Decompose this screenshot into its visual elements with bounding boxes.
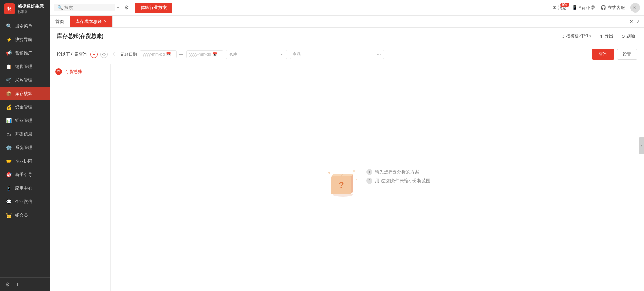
user-avatar[interactable]: Rit bbox=[630, 3, 640, 13]
filter-inputs: 记账日期 yyyy-mm-dd 📅 — yyyy-mm-dd 📅 仓库 ··· bbox=[121, 50, 587, 59]
print-dropdown-icon: ▾ bbox=[589, 34, 591, 39]
filter-collapse-button[interactable]: 《 bbox=[110, 51, 115, 57]
page-title: 库存总账(存货总账) bbox=[57, 33, 104, 40]
sidebar-item-inventory[interactable]: 📦 库存核算 bbox=[0, 87, 50, 100]
search-input[interactable] bbox=[64, 5, 112, 10]
sidebar-item-quicknav[interactable]: ⚡ 快捷导航 bbox=[0, 33, 50, 46]
page-actions: 🖨 按模板打印 ▾ ⬆ 导出 ↻ 刷新 bbox=[558, 32, 637, 41]
scheme-item-icon: 存 bbox=[55, 68, 62, 75]
wechat-icon: 💬 bbox=[5, 198, 12, 205]
sidebar-item-wechat[interactable]: 💬 企业微信 bbox=[0, 195, 50, 209]
main-area: 🔍 ▾ ⚙ 体验行业方案 ✉ 消息 99+ 📱 App下载 🎧 在线客服 Rit bbox=[50, 0, 644, 291]
tab-home[interactable]: 首页 bbox=[50, 16, 70, 27]
empty-tip-1: 1 请先选择要分析的方案 bbox=[366, 169, 430, 175]
purchase-icon: 🛒 bbox=[5, 77, 12, 83]
guide-icon: 🎯 bbox=[5, 171, 12, 178]
topbar-right: ✉ 消息 99+ 📱 App下载 🎧 在线客服 Rit bbox=[553, 3, 640, 13]
logo-icon: 畅 bbox=[4, 3, 15, 14]
refresh-button[interactable]: ↻ 刷新 bbox=[619, 32, 637, 41]
add-filter-button[interactable]: + bbox=[90, 51, 98, 58]
query-button[interactable]: 查询 bbox=[592, 49, 614, 60]
search-box-icon: 🔍 bbox=[57, 5, 63, 10]
goods-input[interactable]: 商品 ··· bbox=[290, 50, 384, 59]
topbar: 🔍 ▾ ⚙ 体验行业方案 ✉ 消息 99+ 📱 App下载 🎧 在线客服 Rit bbox=[50, 0, 644, 16]
empty-inner: ? 1 请先选择要分析的方案 bbox=[324, 161, 430, 195]
app-download-icon: 📱 bbox=[572, 5, 577, 10]
settings-button-filter[interactable]: 设置 bbox=[617, 49, 637, 60]
tab-expand-icon[interactable]: ⤢ bbox=[636, 19, 640, 24]
export-icon: ⬆ bbox=[599, 34, 603, 39]
app-download-button[interactable]: 📱 App下载 bbox=[572, 5, 595, 11]
trial-button[interactable]: 体验行业方案 bbox=[135, 3, 172, 13]
tip-num-1: 1 bbox=[366, 169, 372, 175]
tab-close-icon[interactable]: ✕ bbox=[104, 19, 107, 24]
svg-point-6 bbox=[328, 172, 330, 174]
scheme-panel: 存 存货总账 bbox=[50, 64, 111, 291]
gear-button[interactable]: ⚙ bbox=[122, 3, 132, 13]
tab-bar: 首页 库存成本总账 ✕ ✕ ⤢ bbox=[50, 16, 644, 28]
warehouse-input[interactable]: 仓库 ··· bbox=[226, 50, 287, 59]
empty-tips: 1 请先选择要分析的方案 2 用[过滤]条件来缩小分析范围 bbox=[366, 169, 430, 187]
right-panel-toggle[interactable]: › bbox=[639, 137, 644, 154]
app-logo: 畅 畅捷通好生意 标准版 bbox=[0, 0, 50, 18]
goods-more-icon: ··· bbox=[377, 51, 381, 57]
tab-inventory-cost[interactable]: 库存成本总账 ✕ bbox=[70, 16, 113, 27]
sidebar-item-finance[interactable]: 💰 资金管理 bbox=[0, 100, 50, 114]
date-separator: — bbox=[179, 52, 183, 57]
quicknav-icon: ⚡ bbox=[5, 36, 12, 43]
sidebar-nav: 🔍 搜索菜单 ⚡ 快捷导航 📢 营销推广 📋 销售管理 🛒 采购管理 📦 库存核… bbox=[0, 18, 50, 277]
svg-point-8 bbox=[353, 170, 355, 172]
message-button[interactable]: ✉ 消息 99+ bbox=[553, 5, 567, 11]
scheme-item-label: 存货总账 bbox=[65, 69, 82, 75]
apps-icon: 📱 bbox=[5, 185, 12, 192]
empty-svg-illustration: ? bbox=[324, 161, 362, 198]
sidebar-item-system[interactable]: ⚙️ 系统管理 bbox=[0, 141, 50, 154]
page-inner: 库存总账(存货总账) 🖨 按模板打印 ▾ ⬆ 导出 ↻ 刷新 bbox=[50, 28, 644, 291]
marketing-icon: 📢 bbox=[5, 50, 12, 56]
sidebar-item-operations[interactable]: 📊 经营管理 bbox=[0, 114, 50, 127]
sales-icon: 📋 bbox=[5, 63, 12, 70]
sidebar-item-member[interactable]: 👑 畅会员 bbox=[0, 209, 50, 222]
online-service-icon: 🎧 bbox=[601, 5, 606, 10]
sidebar-footer: ⚙ ⏸ bbox=[0, 277, 50, 291]
empty-tip-2: 2 用[过滤]条件来缩小分析范围 bbox=[366, 178, 430, 184]
print-button[interactable]: 🖨 按模板打印 ▾ bbox=[558, 32, 593, 41]
system-icon: ⚙️ bbox=[5, 144, 12, 151]
search-box[interactable]: 🔍 bbox=[54, 4, 115, 11]
cooperation-icon: 🤝 bbox=[5, 158, 12, 165]
message-badge: 99+ bbox=[560, 3, 569, 7]
basic-icon: 🗂 bbox=[5, 131, 12, 138]
export-button[interactable]: ⬆ 导出 bbox=[597, 32, 615, 41]
topbar-left: 🔍 ▾ ⚙ 体验行业方案 bbox=[54, 3, 553, 13]
tip-num-2: 2 bbox=[366, 178, 372, 184]
sidebar-item-guide[interactable]: 🎯 新手引导 bbox=[0, 168, 50, 181]
tab-close-all[interactable]: ✕ bbox=[630, 19, 634, 24]
sidebar-item-marketing[interactable]: 📢 营销推广 bbox=[0, 46, 50, 60]
sidebar-item-search[interactable]: 🔍 搜索菜单 bbox=[0, 19, 50, 33]
search-dropdown-icon[interactable]: ▾ bbox=[117, 5, 119, 10]
online-service-button[interactable]: 🎧 在线客服 bbox=[601, 5, 625, 11]
calendar-from-icon: 📅 bbox=[166, 52, 171, 57]
settings-button[interactable]: ⚙ bbox=[5, 281, 10, 288]
filter-submit-group: 查询 设置 bbox=[592, 49, 637, 60]
member-icon: 👑 bbox=[5, 212, 12, 219]
filter-section-label: 按以下方案查询 bbox=[57, 51, 88, 57]
sidebar-item-basic[interactable]: 🗂 基础信息 bbox=[0, 127, 50, 141]
filter-config-button[interactable]: ⊙ bbox=[100, 51, 108, 58]
logo-text: 畅捷通好生意 标准版 bbox=[18, 4, 44, 14]
sidebar-item-cooperation[interactable]: 🤝 企业协同 bbox=[0, 154, 50, 168]
search-icon: 🔍 bbox=[5, 23, 12, 29]
sidebar-item-purchase[interactable]: 🛒 采购管理 bbox=[0, 73, 50, 87]
svg-text:?: ? bbox=[339, 180, 344, 190]
sidebar-item-sales[interactable]: 📋 销售管理 bbox=[0, 60, 50, 73]
main-content-row: 存 存货总账 bbox=[50, 64, 644, 291]
print-icon: 🖨 bbox=[560, 34, 565, 39]
sidebar-item-apps[interactable]: 📱 应用中心 bbox=[0, 181, 50, 195]
date-to-input[interactable]: yyyy-mm-dd 📅 bbox=[186, 50, 223, 58]
filter-bar-left: 按以下方案查询 + ⊙ 《 bbox=[57, 51, 115, 58]
svg-point-7 bbox=[356, 179, 357, 180]
date-from-input[interactable]: yyyy-mm-dd 📅 bbox=[140, 50, 177, 58]
scheme-item-stock-ledger[interactable]: 存 存货总账 bbox=[50, 66, 110, 78]
collapse-button[interactable]: ⏸ bbox=[16, 282, 21, 288]
filter-bar: 按以下方案查询 + ⊙ 《 记账日期 yyyy-mm-dd 📅 — yyyy-m… bbox=[50, 45, 644, 64]
